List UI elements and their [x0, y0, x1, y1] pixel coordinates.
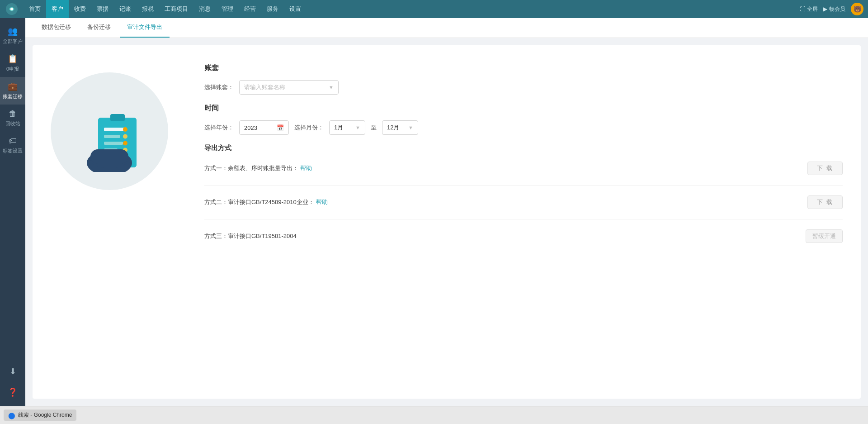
nav-settings[interactable]: 设置	[284, 0, 307, 18]
sidebar-item-account-migration[interactable]: 💼 账套迁移	[0, 77, 25, 105]
end-month-select[interactable]: 12月 ▼	[382, 120, 418, 135]
taskbar: ⬤ 线索 - Google Chrome	[0, 406, 868, 424]
nav-tax[interactable]: 报税	[137, 0, 159, 18]
app-logo	[5, 2, 19, 16]
svg-point-1	[10, 8, 13, 10]
export-method-3: 方式三：审计接口GB/T19581-2004 暂缓开通	[204, 229, 843, 243]
svg-point-9	[123, 127, 127, 132]
tab-audit-export[interactable]: 审计文件导出	[120, 18, 170, 38]
sub-tabs: 数据包迁移 备份迁移 审计文件导出	[25, 18, 868, 38]
sidebar-item-tag-settings[interactable]: 🏷 标签设置	[0, 132, 25, 159]
account-form-row: 选择账套： 请输入账套名称 ▼	[204, 80, 843, 95]
tag-settings-icon: 🏷	[9, 136, 17, 146]
export-method-3-open-btn[interactable]: 暂缓开通	[806, 229, 843, 243]
export-method-3-text: 方式三：审计接口GB/T19581-2004	[204, 232, 297, 240]
svg-rect-5	[104, 128, 126, 131]
divider-2	[204, 219, 843, 219]
zero-report-icon: 📋	[8, 54, 18, 64]
account-section-title: 账套	[204, 63, 843, 73]
account-select[interactable]: 请输入账套名称 ▼	[239, 80, 339, 95]
nav-operation[interactable]: 经营	[239, 0, 261, 18]
export-method-1-text: 方式一：余额表、序时账批量导出： 帮助	[204, 164, 312, 172]
sidebar-bottom: ⬇ ❓	[0, 362, 25, 406]
export-method-3-label: 方式三：审计接口GB/T19581-2004	[204, 232, 297, 240]
right-panel: 账套 选择账套： 请输入账套名称 ▼ 时间 选择年份： 2023 📅	[204, 59, 843, 253]
calendar-icon: 📅	[277, 124, 284, 131]
time-section-title: 时间	[204, 104, 843, 113]
year-input[interactable]: 2023 📅	[239, 120, 289, 135]
svg-rect-4	[110, 114, 125, 121]
year-label: 选择年份：	[204, 124, 234, 132]
month-chevron-icon: ▼	[355, 125, 360, 130]
month-select[interactable]: 1月 ▼	[329, 120, 365, 135]
tab-backup-migration[interactable]: 备份迁移	[80, 18, 118, 38]
sidebar-item-zero-report[interactable]: 📋 0申报	[0, 49, 25, 77]
taskbar-chrome-label: 线索 - Google Chrome	[18, 411, 72, 419]
export-method-2-help[interactable]: 帮助	[316, 198, 328, 206]
all-customers-icon: 👥	[8, 26, 18, 36]
sidebar: 👥 全部客户 📋 0申报 💼 账套迁移 🗑 回收站 🏷 标签设置 ⬇ ❓	[0, 18, 25, 406]
member-btn[interactable]: ▶ 畅会员	[823, 5, 845, 13]
nav-bookkeeping[interactable]: 记账	[114, 0, 137, 18]
nav-business[interactable]: 工商项目	[159, 0, 193, 18]
month-label: 选择月份：	[294, 124, 324, 132]
export-method-2-text: 方式二：审计接口GB/T24589-2010企业： 帮助	[204, 198, 328, 206]
export-method-2-download-btn[interactable]: 下 载	[807, 195, 843, 209]
export-section-title: 导出方式	[204, 144, 843, 152]
taskbar-chrome-item[interactable]: ⬤ 线索 - Google Chrome	[4, 410, 76, 421]
tab-data-migration[interactable]: 数据包迁移	[34, 18, 78, 38]
year-value: 2023	[244, 124, 257, 131]
export-method-1-label: 方式一：余额表、序时账批量导出：	[204, 164, 298, 172]
time-form-row: 选择年份： 2023 📅 选择月份： 1月 ▼ 至 12月 ▼	[204, 120, 843, 135]
chevron-down-icon: ▼	[329, 85, 334, 90]
nav-home[interactable]: 首页	[24, 0, 46, 18]
nav-service[interactable]: 服务	[261, 0, 284, 18]
export-method-2: 方式二：审计接口GB/T24589-2010企业： 帮助 下 载	[204, 195, 843, 209]
nav-right: ⛶ 全屏 ▶ 畅会员 🐻	[800, 3, 863, 15]
nav-invoice[interactable]: 票据	[91, 0, 114, 18]
account-migration-icon: 💼	[8, 81, 18, 91]
month-value: 1月	[334, 124, 343, 132]
select-account-label: 选择账套：	[204, 83, 234, 91]
nav-management[interactable]: 管理	[216, 0, 239, 18]
main-layout: 👥 全部客户 📋 0申报 💼 账套迁移 🗑 回收站 🏷 标签设置 ⬇ ❓ 数据包…	[0, 18, 868, 406]
member-icon: ▶	[823, 6, 827, 12]
export-method-1: 方式一：余额表、序时账批量导出： 帮助 下 载	[204, 162, 843, 175]
export-method-1-download-btn[interactable]: 下 载	[807, 162, 843, 175]
nav-message[interactable]: 消息	[193, 0, 216, 18]
to-text: 至	[371, 124, 377, 132]
page-content: 账套 选择账套： 请输入账套名称 ▼ 时间 选择年份： 2023 📅	[33, 45, 861, 399]
svg-point-10	[123, 134, 127, 139]
sidebar-help-btn[interactable]: ❓	[4, 383, 22, 401]
export-method-2-label: 方式二：审计接口GB/T24589-2010企业：	[204, 198, 314, 206]
content-area: 数据包迁移 备份迁移 审计文件导出	[25, 18, 868, 406]
fullscreen-icon: ⛶	[800, 6, 805, 12]
svg-rect-15	[90, 149, 128, 164]
illustration	[51, 72, 168, 190]
recycle-icon: 🗑	[9, 109, 17, 119]
sidebar-item-all-customers[interactable]: 👥 全部客户	[0, 22, 25, 49]
nav-customer[interactable]: 客户	[46, 0, 69, 18]
svg-rect-6	[104, 135, 120, 138]
end-month-value: 12月	[387, 124, 399, 132]
end-month-chevron-icon: ▼	[408, 125, 413, 130]
top-nav: 首页 客户 收费 票据 记账 报税 工商项目 消息 管理 经营 服务 设置 ⛶ …	[0, 0, 868, 18]
svg-point-11	[123, 141, 127, 146]
sidebar-download-btn[interactable]: ⬇	[4, 362, 22, 381]
account-select-placeholder: 请输入账套名称	[244, 83, 285, 91]
fullscreen-btn[interactable]: ⛶ 全屏	[800, 5, 818, 13]
export-method-1-help[interactable]: 帮助	[300, 164, 312, 172]
sidebar-item-recycle[interactable]: 🗑 回收站	[0, 105, 25, 132]
user-avatar[interactable]: 🐻	[851, 3, 863, 15]
divider-1	[204, 185, 843, 186]
nav-items: 首页 客户 收费 票据 记账 报税 工商项目 消息 管理 经营 服务 设置	[24, 0, 800, 18]
svg-rect-7	[104, 142, 123, 145]
chrome-icon: ⬤	[8, 412, 15, 419]
nav-fee[interactable]: 收费	[69, 0, 91, 18]
